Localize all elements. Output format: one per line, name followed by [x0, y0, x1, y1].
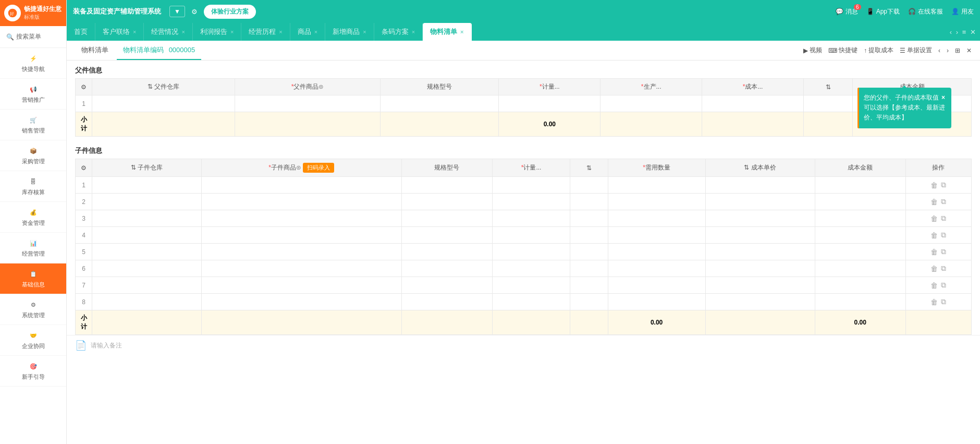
settings-button[interactable]: ⚙ — [189, 6, 200, 18]
tab-history-close[interactable]: × — [279, 29, 282, 35]
tab-products-close[interactable]: × — [314, 29, 317, 35]
child-row-8-product[interactable] — [202, 294, 402, 310]
delete-icon-5[interactable]: 🗑 — [930, 248, 938, 256]
tab-bom-close[interactable]: × — [460, 29, 463, 35]
child-row-2-unit[interactable] — [492, 194, 570, 210]
grid-view-action[interactable]: ⊞ — [955, 47, 960, 54]
child-row-4-qty[interactable] — [608, 227, 705, 244]
child-row-7-unit[interactable] — [492, 277, 570, 294]
tab-bom[interactable]: 物料清单 × — [423, 23, 471, 41]
parent-row-1-spec[interactable] — [380, 95, 498, 112]
single-settings-action[interactable]: ☰ 单据设置 — [900, 46, 932, 55]
child-row-1-unit[interactable] — [492, 177, 570, 194]
child-row-4-unit[interactable] — [492, 227, 570, 244]
child-row-8-unit[interactable] — [492, 294, 570, 310]
child-row-6-product[interactable] — [202, 260, 402, 277]
nav-prev-action[interactable]: ‹ — [938, 47, 940, 54]
sidebar-search-area[interactable]: 🔍 搜索菜单 — [0, 26, 66, 48]
delete-icon-3[interactable]: 🗑 — [930, 214, 938, 223]
copy-icon-6[interactable]: ⧉ — [941, 264, 946, 273]
child-row-7-qty[interactable] — [608, 277, 705, 294]
tab-operations-status[interactable]: 经营情况 × — [144, 23, 192, 41]
delete-icon-8[interactable]: 🗑 — [930, 298, 938, 306]
child-row-6-spec[interactable] — [401, 260, 492, 277]
tab-barcode[interactable]: 条码方案 × — [374, 23, 423, 41]
child-row-2-spec[interactable] — [401, 194, 492, 210]
child-row-6-qty[interactable] — [608, 260, 705, 277]
sidebar-item-collab[interactable]: 🤝 企业协同 — [0, 325, 66, 356]
view-action[interactable]: ▶ 视频 — [803, 46, 822, 55]
child-row-2-qty[interactable] — [608, 194, 705, 210]
child-row-5-product[interactable] — [202, 244, 402, 260]
copy-icon-8[interactable]: ⧉ — [941, 297, 946, 306]
sidebar-item-quicknav[interactable]: ⚡ 快捷导航 — [0, 48, 66, 79]
tab-barcode-close[interactable]: × — [412, 29, 415, 35]
close-all-icon[interactable]: ✕ — [970, 28, 976, 36]
close-action[interactable]: ✕ — [966, 47, 972, 54]
message-button[interactable]: 💬 消息 6 — [836, 7, 858, 16]
delete-icon-6[interactable]: 🗑 — [930, 265, 938, 273]
sub-tab-code[interactable]: 物料清单编码 0000005 — [117, 41, 201, 60]
child-row-3-spec[interactable] — [401, 210, 492, 227]
child-col-settings[interactable]: ⚙ — [76, 159, 92, 177]
tab-profit-close[interactable]: × — [230, 29, 234, 35]
copy-icon-3[interactable]: ⧉ — [941, 214, 946, 223]
delete-icon-7[interactable]: 🗑 — [930, 281, 938, 290]
child-row-3-warehouse[interactable] — [92, 210, 202, 227]
tab-products[interactable]: 商品 × — [290, 23, 325, 41]
child-row-5-qty[interactable] — [608, 244, 705, 260]
sub-tab-list[interactable]: 物料清单 — [75, 41, 115, 60]
tab-nav-next[interactable]: › — [956, 28, 958, 36]
delete-icon-2[interactable]: 🗑 — [930, 198, 938, 206]
child-row-6-warehouse[interactable] — [92, 260, 202, 277]
sidebar-item-inventory[interactable]: 🗄 库存核算 — [0, 171, 66, 202]
copy-icon-7[interactable]: ⧉ — [941, 281, 946, 290]
parent-col-settings[interactable]: ⚙ — [76, 79, 92, 95]
tab-nav-prev[interactable]: ‹ — [950, 28, 952, 36]
tab-profit[interactable]: 利润报告 × — [193, 23, 241, 41]
extract-cost-action[interactable]: ↑ 提取成本 — [864, 46, 893, 55]
child-row-3-qty[interactable] — [608, 210, 705, 227]
unit-cost-sort[interactable]: ⇅ — [744, 164, 749, 171]
search-menu-button[interactable]: 🔍 搜索菜单 — [4, 30, 62, 43]
tab-newproduct[interactable]: 新增商品 × — [325, 23, 374, 41]
child-row-2-product[interactable] — [202, 194, 402, 210]
child-row-1-qty[interactable] — [608, 177, 705, 194]
child-row-5-unit[interactable] — [492, 244, 570, 260]
experience-button[interactable]: 体验行业方案 — [204, 5, 256, 19]
tab-history[interactable]: 经营历程 × — [241, 23, 290, 41]
child-row-3-unit[interactable] — [492, 210, 570, 227]
child-row-1-spec[interactable] — [401, 177, 492, 194]
child-row-8-qty[interactable] — [608, 294, 705, 310]
parent-row-1-produce[interactable] — [601, 95, 702, 112]
child-row-8-warehouse[interactable] — [92, 294, 202, 310]
tab-menu-icon[interactable]: ≡ — [962, 28, 966, 36]
child-row-2-warehouse[interactable] — [92, 194, 202, 210]
child-row-1-warehouse[interactable] — [92, 177, 202, 194]
scan-input-button[interactable]: 扫码录入 — [303, 163, 334, 173]
user-button[interactable]: 👤 用友 — [951, 7, 974, 16]
parent-row-1-unit[interactable] — [499, 95, 601, 112]
sidebar-item-marketing[interactable]: 📢 营销推广 — [0, 79, 66, 110]
sort-icon[interactable]: ⇅ — [826, 83, 831, 91]
sidebar-item-operations[interactable]: 📊 经营管理 — [0, 233, 66, 263]
app-download-button[interactable]: 📱 App下载 — [866, 7, 900, 16]
sidebar-item-basicinfo[interactable]: 📋 基础信息 — [0, 263, 66, 294]
child-row-5-warehouse[interactable] — [92, 244, 202, 260]
child-row-7-spec[interactable] — [401, 277, 492, 294]
sidebar-item-sales[interactable]: 🛒 销售管理 — [0, 110, 66, 140]
sidebar-item-finance[interactable]: 💰 资金管理 — [0, 202, 66, 233]
nav-next-action[interactable]: › — [947, 47, 949, 54]
child-row-4-warehouse[interactable] — [92, 227, 202, 244]
child-row-5-spec[interactable] — [401, 244, 492, 260]
tab-ops-close[interactable]: × — [181, 29, 185, 35]
tab-newproduct-close[interactable]: × — [363, 29, 366, 35]
child-sort-warehouse[interactable]: ⇅ — [131, 164, 136, 171]
sidebar-item-purchase[interactable]: 📦 采购管理 — [0, 140, 66, 171]
parent-row-1-product[interactable] — [235, 95, 381, 112]
copy-icon-1[interactable]: ⧉ — [941, 181, 946, 189]
qty-sort-icon[interactable]: ⇅ — [586, 164, 592, 172]
delete-icon-1[interactable]: 🗑 — [930, 181, 938, 189]
child-row-7-product[interactable] — [202, 277, 402, 294]
tab-customers[interactable]: 客户联络 × — [95, 23, 144, 41]
